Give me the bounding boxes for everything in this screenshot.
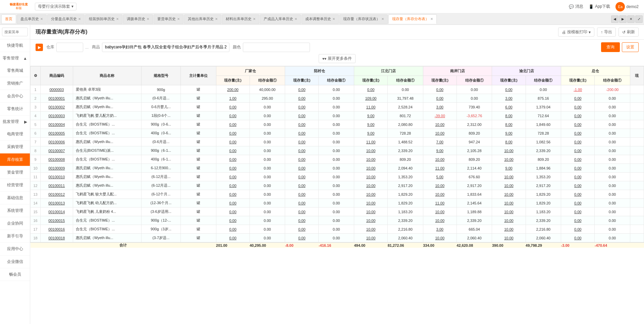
tab-close-icon[interactable]: ✕ bbox=[253, 17, 256, 21]
tab-close-icon[interactable]: ✕ bbox=[78, 17, 81, 21]
sidebar-item-qiyewx[interactable]: 企业微信 bbox=[0, 256, 30, 268]
tab-close-icon[interactable]: ✕ bbox=[116, 17, 119, 21]
table-cell: 875.16 bbox=[526, 94, 561, 103]
app-download-btn[interactable]: 📱 App下载 bbox=[589, 4, 610, 9]
tab-close-icon[interactable]: ✕ bbox=[177, 17, 180, 21]
sidebar-item-yingxiaotg[interactable]: 营销推广 bbox=[0, 77, 30, 90]
color-input[interactable] bbox=[243, 43, 310, 52]
expand-conditions-btn[interactable]: ▾▾ 展开更多条件 bbox=[319, 54, 356, 63]
sidebar-item-lingshouzgl[interactable]: 零售管理 ▲ bbox=[0, 52, 30, 64]
col-settings[interactable]: ⚙ bbox=[31, 66, 41, 85]
table-cell[interactable]: 00100015 bbox=[41, 216, 73, 225]
sidebar-item-jingyinggl[interactable]: 经营管理 bbox=[0, 179, 30, 192]
tab-arrow-right[interactable]: ▶ bbox=[619, 15, 627, 23]
sidebar-item-jichuxx[interactable]: 基础信息 bbox=[0, 192, 30, 204]
tab-product-in[interactable]: 产成品入库单历史 ✕ bbox=[260, 14, 301, 24]
print-btn[interactable]: 🖨 按模板打印 ▾ bbox=[558, 28, 594, 37]
table-cell[interactable]: 00100009 bbox=[41, 164, 73, 173]
tab-stock-status[interactable]: 现存量（库存状况表） ✕ bbox=[339, 14, 388, 24]
sidebar-item-pifaguanl[interactable]: 批发管理 ▶ bbox=[0, 115, 30, 128]
table-cell[interactable]: 00100008 bbox=[41, 155, 73, 164]
table-cell[interactable]: 00100013 bbox=[41, 199, 73, 207]
tab-cost-adjust[interactable]: 成本调整单历史 ✕ bbox=[302, 14, 339, 24]
table-cell: 14 bbox=[31, 199, 41, 207]
table-cell[interactable]: 0000003 bbox=[41, 85, 73, 94]
table-cell[interactable]: 00100005 bbox=[41, 129, 73, 138]
footer-cell: 81,272.06 bbox=[388, 242, 423, 248]
tab-close-all[interactable]: ✕ bbox=[627, 15, 635, 23]
tab-order[interactable]: 要货单历史 ✕ bbox=[154, 14, 183, 24]
sidebar-item-changhuy[interactable]: 畅会员 bbox=[0, 268, 30, 281]
sidebar-item-dianshanggl[interactable]: 电商管理 bbox=[0, 128, 30, 141]
tab-assembly[interactable]: 组装拆卸单历史 ✕ bbox=[85, 14, 122, 24]
setting-btn[interactable]: 设置 bbox=[622, 42, 639, 52]
table-cell: 0.00 bbox=[319, 94, 354, 103]
table-cell: 罐 bbox=[181, 173, 216, 181]
sidebar-item-xinshouyid[interactable]: 新手引导 bbox=[0, 230, 30, 243]
industry-selector[interactable]: 母婴行业演示陈套 ▾ bbox=[35, 3, 76, 10]
table-cell[interactable]: 00100010 bbox=[41, 173, 73, 181]
sidebar-item-caigougl[interactable]: 采购管理 bbox=[0, 141, 30, 153]
table-cell bbox=[630, 94, 644, 103]
table-cell: 罐 bbox=[181, 85, 216, 94]
table-row: 1800100018惠氏启赋（Wyeth illu...(3-7岁适...罐0.… bbox=[31, 234, 644, 243]
sidebar-item-kucunhs[interactable]: 库存核算 bbox=[0, 153, 30, 166]
table-cell: 2,339.20 bbox=[388, 216, 423, 225]
warehouse-input[interactable] bbox=[56, 43, 83, 52]
tab-material-out[interactable]: 材料出库单历史 ✕ bbox=[222, 14, 259, 24]
sidebar-item-xitonggla[interactable]: 系统管理 bbox=[0, 204, 30, 217]
tab-sub-inventory[interactable]: 分量盘点单历史 ✕ bbox=[47, 14, 85, 24]
tab-inventory-check[interactable]: 盘点单历史 ✕ bbox=[17, 14, 47, 24]
sidebar-item-huiyuanzx[interactable]: 会员中心 bbox=[0, 90, 30, 103]
tab-transfer[interactable]: 调拨单历史 ✕ bbox=[123, 14, 153, 24]
table-cell: 2,312.00 bbox=[457, 120, 492, 129]
table-cell[interactable]: 00100002 bbox=[41, 103, 73, 111]
search-input[interactable] bbox=[2, 28, 28, 36]
export-btn[interactable]: ↑ 导出 bbox=[597, 28, 616, 37]
table-cell: 0.00 bbox=[561, 234, 595, 243]
tab-close-icon[interactable]: ✕ bbox=[294, 17, 297, 21]
table-cell: 2,528.24 bbox=[388, 103, 423, 111]
query-btn[interactable]: 查询 bbox=[601, 42, 620, 52]
table-cell[interactable]: 00100018 bbox=[41, 234, 73, 243]
sidebar-item-qiyextong[interactable]: 企业协同 bbox=[0, 217, 30, 230]
sidebar-item-lingshoutj[interactable]: 零售统计 bbox=[0, 103, 30, 115]
table-cell: 罐 bbox=[181, 146, 216, 155]
tab-home[interactable]: 首页 bbox=[1, 14, 16, 24]
sidebar-item-yingyongzx[interactable]: 应用中心 bbox=[0, 243, 30, 256]
table-cell: 2,114.40 bbox=[457, 164, 492, 173]
table-row: 10000003爱他美 卓萃3段900g罐200.0040,000.000.00… bbox=[31, 85, 644, 94]
sidebar-item-kuaijiedaohang[interactable]: 快捷导航 bbox=[0, 39, 30, 52]
table-cell: 2,339.20 bbox=[457, 216, 492, 225]
table-cell[interactable]: 00100003 bbox=[41, 111, 73, 120]
tab-close-icon[interactable]: ✕ bbox=[40, 17, 43, 21]
table-cell[interactable]: 00100011 bbox=[41, 181, 73, 190]
table-cell[interactable]: 00100004 bbox=[41, 120, 73, 129]
user-avatar: Ea bbox=[615, 2, 625, 11]
table-cell[interactable]: 00100006 bbox=[41, 138, 73, 146]
tab-expand[interactable]: ⤢ bbox=[635, 15, 643, 23]
tab-other-out[interactable]: 其他出库单历史 ✕ bbox=[184, 14, 221, 24]
expand-filter-btn[interactable]: ▶ bbox=[36, 44, 43, 51]
product-input[interactable] bbox=[102, 43, 229, 52]
footer-cell bbox=[630, 242, 644, 248]
refresh-btn[interactable]: ↺ 刷新 bbox=[619, 28, 639, 37]
tab-close-icon[interactable]: ✕ bbox=[332, 17, 335, 21]
col-group-na: 南岸门店 bbox=[423, 66, 492, 76]
tab-stock-dist[interactable]: 现存量（库存分布表） ✕ bbox=[388, 14, 437, 24]
tab-close-icon[interactable]: ✕ bbox=[215, 17, 218, 21]
table-cell[interactable]: 00100016 bbox=[41, 225, 73, 234]
table-cell[interactable]: 00100007 bbox=[41, 146, 73, 155]
sidebar-item-lingshouchm[interactable]: 零售商城 bbox=[0, 64, 30, 77]
user-area[interactable]: Ea demo2 bbox=[615, 2, 639, 11]
table-cell[interactable]: 00100012 bbox=[41, 190, 73, 199]
table-cell[interactable]: 00100014 bbox=[41, 207, 73, 216]
tab-arrow-left[interactable]: ◀ bbox=[611, 15, 619, 23]
tab-close-icon[interactable]: ✕ bbox=[147, 17, 149, 21]
table-cell: 0.00 bbox=[216, 111, 250, 120]
tab-close-icon[interactable]: ✕ bbox=[381, 17, 384, 21]
table-cell[interactable]: 00100001 bbox=[41, 94, 73, 103]
tab-close-icon[interactable]: ✕ bbox=[430, 17, 433, 21]
sidebar-item-zijiingl[interactable]: 资金管理 bbox=[0, 166, 30, 179]
message-btn[interactable]: 💬 消息 bbox=[569, 4, 583, 9]
